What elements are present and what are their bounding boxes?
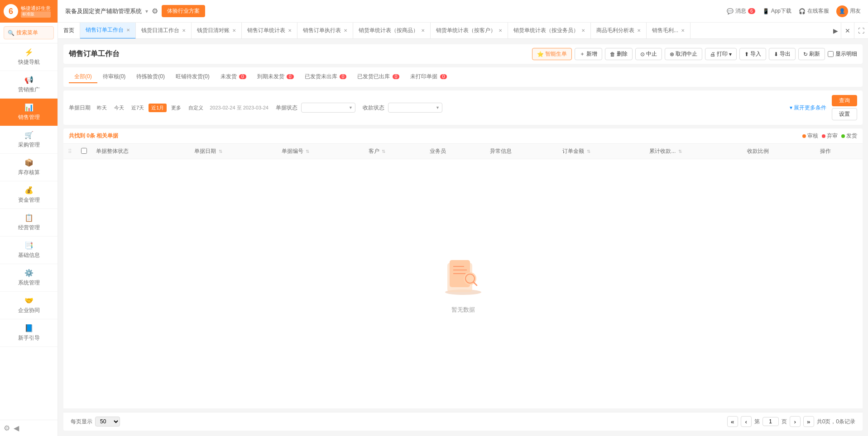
app-download-item[interactable]: 📱 App下载 [762,7,791,15]
enterprise-icon: 🤝 [24,296,34,305]
tab-sales-stat[interactable]: 销售订单统计表 ✕ [242,23,297,39]
filter-tab-wangpu-ship[interactable]: 旺铺待发货(0) [170,71,215,83]
user-item[interactable]: 👤 用友 [836,5,861,17]
tab-close-sales-stat-customer[interactable]: ✕ [499,28,502,33]
col-drag: ⠿ [63,144,77,159]
filter-tab-not-shipped[interactable]: 未发货 0 [215,71,252,83]
customer-sort-icon[interactable]: ⇅ [382,149,385,154]
filter-tab-shipped-not-out[interactable]: 已发货未出库 0 [299,71,352,83]
amount-sort-icon[interactable]: ⇅ [587,149,590,154]
show-detail-label[interactable]: 显示明细 [828,50,857,58]
export-button[interactable]: ⬇ 导出 [769,48,796,60]
tab-sales-order[interactable]: 销售订单工作台 ✕ [80,23,136,39]
expand-more-button[interactable]: ▾ 展开更多条件 [790,104,826,112]
prev-page-button[interactable]: ‹ [741,416,752,427]
date-custom[interactable]: 自定义 [186,104,206,112]
table-scroll-area: ⠿ 单据整体状态 单据日期 ⇅ [63,144,863,408]
header-settings-icon[interactable]: ⚙ [152,7,158,15]
settings-bottom-icon[interactable]: ⚙ [4,424,10,432]
sidebar-nav-item-basic[interactable]: 📑 基础信息 [0,237,58,264]
received-sort-icon[interactable]: ⇅ [678,149,682,154]
pause-button[interactable]: ⊙ 中止 [635,48,662,60]
sidebar-nav-item-guide[interactable]: 📘 新手引导 [0,319,58,347]
tab-close-cash-reconcile[interactable]: ✕ [232,28,236,33]
cancel-review-action-btn[interactable]: 弃审 [822,132,838,140]
sidebar-nav-item-operations[interactable]: 📋 经营管理 [0,209,58,237]
select-all-checkbox[interactable] [81,148,87,154]
tab-close-sales-stat-product[interactable]: ✕ [421,28,425,33]
sidebar-nav-item-quick[interactable]: ⚡ 快捷导航 [0,43,58,71]
delete-button[interactable]: 🗑 删除 [605,48,633,60]
sidebar-nav-item-sales[interactable]: 📊 销售管理 [0,99,58,126]
tab-close-cash-daily[interactable]: ✕ [182,28,186,33]
page-size-select[interactable]: 50 100 200 [95,417,120,427]
date-sort-icon[interactable]: ⇅ [219,149,222,154]
last-page-button[interactable]: » [803,416,814,427]
tab-home[interactable]: 首页 [58,23,80,39]
page-number-input[interactable] [762,417,779,426]
filter-tab-not-printed[interactable]: 未打印单据 0 [405,71,452,83]
query-button[interactable]: 查询 [832,95,857,106]
tab-sales-stat-staff[interactable]: 销货单统计表（按业务员） ✕ [508,23,591,39]
payment-field: 收款状态 [363,103,442,113]
print-button[interactable]: 🖨 打印 ▾ [705,48,737,60]
sidebar-nav-item-purchase[interactable]: 🛒 采购管理 [0,126,58,154]
filter-tab-pending-inspect[interactable]: 待拣验货(0) [131,71,170,83]
number-sort-icon[interactable]: ⇅ [306,149,309,154]
tab-close-sales-stat-staff[interactable]: ✕ [581,28,585,33]
sidebar-nav-item-inventory[interactable]: 📦 库存核算 [0,154,58,181]
cancel-pause-button[interactable]: ⊗ 取消中止 [665,48,702,60]
tab-expand-icon[interactable]: ⛶ [854,23,868,39]
date-1month[interactable]: 近1月 [149,104,167,112]
tab-sales-stat-product[interactable]: 销货单统计表（按商品） ✕ [353,23,431,39]
tab-close-all-icon[interactable]: ✕ [841,23,854,39]
tab-cash-daily[interactable]: 钱货日清工作台 ✕ [136,23,192,39]
total-count-text: 共0页，0条记录 [817,418,855,426]
sidebar-nav-item-marketing[interactable]: 📢 营销推广 [0,71,58,99]
collapse-icon[interactable]: ◀ [14,424,19,432]
tab-sales-stat-customer[interactable]: 销货单统计表（按客户） ✕ [431,23,508,39]
smart-create-button[interactable]: ⭐ 智能生单 [532,48,572,60]
tab-close-profit-analysis[interactable]: ✕ [637,28,641,33]
date-today[interactable]: 今天 [111,104,127,112]
delete-icon: 🗑 [610,51,615,57]
search-menu-button[interactable]: 🔍 搜索菜单 [4,26,54,39]
payment-select[interactable] [388,103,442,113]
filter-tab-overdue-ship[interactable]: 到期未发货 0 [252,71,299,83]
message-item[interactable]: 💬 消息 6 [727,7,755,15]
status-select[interactable] [301,103,355,113]
date-yesterday[interactable]: 昨天 [94,104,110,112]
system-dropdown-icon[interactable]: ▾ [145,8,148,14]
sidebar-nav-item-enterprise[interactable]: 🤝 企业协同 [0,292,58,319]
review-action-btn[interactable]: 审核 [802,132,818,140]
refresh-button[interactable]: ↻ 刷新 [798,48,825,60]
next-page-button[interactable]: › [790,416,801,427]
filter-tab-all[interactable]: 全部(0) [69,71,97,83]
ship-action-btn[interactable]: 发货 [841,132,857,140]
date-more[interactable]: 更多 [168,104,184,112]
tab-close-sales-exec[interactable]: ✕ [344,28,347,33]
online-service-item[interactable]: 🎧 在线客服 [799,7,829,15]
add-button[interactable]: ＋ 新增 [575,48,602,60]
tab-close-sales-more[interactable]: ✕ [681,28,685,33]
filter-tab-pending[interactable]: 待审核(0) [97,71,131,83]
show-detail-checkbox[interactable] [828,51,834,57]
empty-state: 暂无数据 [63,159,863,408]
tab-sales-exec[interactable]: 销售订单执行表 ✕ [297,23,353,39]
tab-sales-more[interactable]: 销售毛利... ✕ [647,23,691,39]
date-7days[interactable]: 近7天 [129,104,147,112]
tab-cash-reconcile[interactable]: 钱货日清对账 ✕ [192,23,242,39]
tab-close-sales-stat[interactable]: ✕ [288,28,292,33]
system-title: 装备及固定资产辅助管理系统 [65,7,142,15]
filter-tab-shipped-out[interactable]: 已发货已出库 0 [352,71,405,83]
setting-button[interactable]: 设置 [832,108,857,120]
trial-button[interactable]: 体验行业方案 [162,5,205,17]
tab-close-sales-order[interactable]: ✕ [126,28,130,33]
sidebar-nav-item-system[interactable]: ⚙️ 系统管理 [0,264,58,292]
horizontal-scrollbar[interactable] [63,408,863,412]
import-button[interactable]: ⬆ 导入 [739,48,766,60]
tab-profit-analysis[interactable]: 商品毛利分析表 ✕ [591,23,647,39]
first-page-button[interactable]: « [727,416,738,427]
tab-nav-forward-icon[interactable]: ▶ [830,27,841,34]
sidebar-nav-item-finance[interactable]: 💰 资金管理 [0,181,58,209]
